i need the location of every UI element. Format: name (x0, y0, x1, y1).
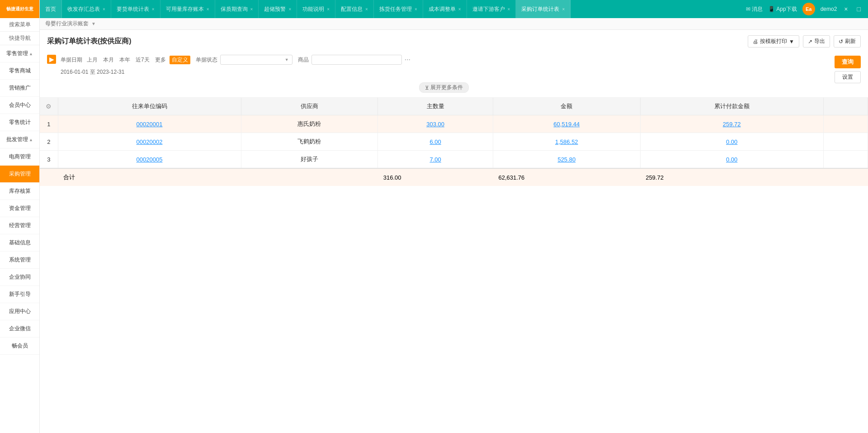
settings-button[interactable]: 设置 (835, 71, 861, 83)
th-settings[interactable]: ⚙ (40, 98, 58, 115)
sidebar-item-member[interactable]: 会员中心 (0, 97, 39, 114)
filter-date-range: 2016-01-01 至 2023-12-31 (61, 68, 827, 76)
sidebar-search[interactable]: 搜索菜单 (0, 18, 39, 32)
tab-cost-adjust[interactable]: 成本调整单 × (423, 0, 467, 18)
message-button[interactable]: ✉ 消息 (746, 5, 763, 13)
filter-goods-item: 商品 ··· (298, 55, 410, 65)
table-footer-row: 合计 316.00 62,631.76 259.72 (40, 168, 868, 186)
tab-expiry-label: 保质期查询 (221, 5, 248, 13)
tab-purchase-req[interactable]: 要货单统计表 × (111, 0, 160, 18)
sidebar-item-vip[interactable]: 畅会员 (0, 338, 39, 355)
tab-purchase-stats-label: 采购订单统计表 (521, 5, 559, 13)
date-custom[interactable]: 自定义 (170, 56, 190, 64)
sidebar-item-new-guide-label: 新手引导 (9, 290, 31, 298)
code-link[interactable]: 00020005 (137, 156, 163, 163)
tab-overstock-close[interactable]: × (288, 7, 291, 12)
date-7days[interactable]: 近7天 (134, 56, 151, 64)
tab-func-desc-label: 功能说明 (302, 5, 324, 13)
filter-status-select[interactable] (220, 55, 292, 65)
filter-expand-row: ⊻ 展开更多条件 (61, 80, 827, 94)
sidebar-item-base-info[interactable]: 基础信息 (0, 234, 39, 252)
filter-goods-more-icon[interactable]: ··· (405, 56, 410, 64)
sidebar-item-system[interactable]: 系统管理 (0, 252, 39, 269)
sidebar-item-retail-stats[interactable]: 零售统计 (0, 114, 39, 131)
filter-toggle-button[interactable]: ▶ (47, 55, 56, 64)
column-settings-icon[interactable]: ⚙ (46, 103, 52, 110)
tab-func-desc-close[interactable]: × (327, 7, 330, 12)
sidebar-quick-nav[interactable]: 快捷导航 (0, 32, 39, 45)
tab-expiry[interactable]: 保质期查询 × (215, 0, 259, 18)
qty-link[interactable]: 7.00 (429, 156, 441, 163)
sidebar-item-retail-shop[interactable]: 零售商城 (0, 62, 39, 80)
date-prev-month[interactable]: 上月 (85, 56, 99, 64)
tab-receive-send-label: 收发存汇总表 (67, 5, 100, 13)
tab-available-stock[interactable]: 可用量库存账本 × (160, 0, 215, 18)
tab-invite-close[interactable]: × (508, 7, 510, 12)
qty-link[interactable]: 6.00 (429, 138, 441, 145)
sidebar-item-app-center[interactable]: 应用中心 (0, 303, 39, 320)
qty-link[interactable]: 303.00 (426, 121, 444, 128)
tab-pick-task-close[interactable]: × (415, 7, 417, 12)
tab-receive-send[interactable]: 收发存汇总表 × (62, 0, 111, 18)
query-button[interactable]: 查询 (835, 56, 861, 68)
tab-receive-send-close[interactable]: × (103, 7, 105, 12)
paid-link[interactable]: 259.72 (723, 121, 741, 128)
cell-supplier: 惠氏奶粉 (241, 115, 378, 133)
breadcrumb-dropdown-icon[interactable]: ▼ (91, 21, 96, 26)
table-row: 1 00020001 惠氏奶粉 303.00 60,519.44 259.72 (40, 115, 868, 133)
date-this-year[interactable]: 本年 (118, 56, 132, 64)
tab-config[interactable]: 配置信息 × (335, 0, 374, 18)
date-this-month[interactable]: 本月 (101, 56, 116, 64)
topbar-tabs: 首页 收发存汇总表 × 要货单统计表 × 可用量库存账本 × 保质期查询 × 超… (40, 0, 741, 18)
app-download-icon: 📱 (768, 6, 775, 12)
tab-home[interactable]: 首页 (40, 0, 62, 18)
paid-link[interactable]: 0.00 (726, 138, 737, 145)
paid-link[interactable]: 0.00 (726, 156, 737, 163)
close-window-button[interactable]: × (842, 5, 849, 13)
tab-config-close[interactable]: × (365, 7, 368, 12)
tab-overstock[interactable]: 超储预警 × (259, 0, 297, 18)
tab-purchase-req-close[interactable]: × (152, 7, 155, 12)
tab-pick-task[interactable]: 拣货任务管理 × (374, 0, 423, 18)
code-link[interactable]: 00020001 (137, 121, 163, 128)
tab-purchase-stats[interactable]: 采购订单统计表 × (516, 0, 571, 18)
sidebar-item-inventory[interactable]: 库存核算 (0, 183, 39, 200)
filter-goods-input[interactable] (311, 55, 402, 65)
sidebar-item-new-guide[interactable]: 新手引导 (0, 286, 39, 303)
refresh-button[interactable]: ↺ 刷新 (834, 35, 861, 48)
export-button[interactable]: ↗ 导出 (803, 35, 830, 48)
maximize-window-button[interactable]: □ (855, 5, 863, 13)
th-code: 往来单位编码 (58, 98, 241, 115)
tab-expiry-close[interactable]: × (250, 7, 253, 12)
amount-link[interactable]: 525.80 (557, 156, 576, 163)
sidebar-item-operations[interactable]: 经营管理 (0, 217, 39, 234)
retail-expand-icon: ▲ (29, 52, 33, 56)
app-download-button[interactable]: 📱 App下载 (768, 5, 797, 13)
sidebar-item-retail[interactable]: 零售管理 ▲ (0, 45, 39, 62)
sidebar-item-enterprise[interactable]: 企业协同 (0, 269, 39, 286)
code-link[interactable]: 00020002 (137, 138, 163, 145)
tab-func-desc[interactable]: 功能说明 × (297, 0, 335, 18)
filter-expand-button[interactable]: ⊻ 展开更多条件 (419, 82, 469, 93)
sidebar-item-purchase[interactable]: 采购管理 (0, 166, 39, 183)
tab-available-stock-close[interactable]: × (207, 7, 209, 12)
sidebar-item-ecommerce[interactable]: 电商管理 (0, 148, 39, 166)
date-more[interactable]: 更多 (153, 56, 168, 64)
filter-row-date: 单据日期 上月 本月 本年 近7天 更多 自定义 单据状态 (61, 55, 827, 65)
tab-cost-adjust-close[interactable]: × (458, 7, 461, 12)
amount-link[interactable]: 60,519.44 (553, 121, 580, 128)
sidebar-item-wechat[interactable]: 企业微信 (0, 320, 39, 338)
tab-invite[interactable]: 邀请下游客户 × (467, 0, 516, 18)
breadcrumb-path[interactable]: 母婴行业演示账套 (45, 20, 89, 28)
amount-link[interactable]: 1,586.52 (555, 138, 578, 145)
print-button[interactable]: 🖨 按模板打印 ▼ (748, 35, 799, 48)
export-label: 导出 (814, 38, 825, 45)
user-name[interactable]: demo2 (821, 6, 837, 12)
topbar: 首页 收发存汇总表 × 要货单统计表 × 可用量库存账本 × 保质期查询 × 超… (40, 0, 868, 18)
sidebar-item-finance[interactable]: 资金管理 (0, 200, 39, 217)
sidebar-item-wholesale[interactable]: 批发管理 ▲ (0, 131, 39, 148)
tab-purchase-stats-close[interactable]: × (562, 7, 565, 12)
cell-code: 00020005 (58, 151, 241, 169)
filter-date-item: 单据日期 上月 本月 本年 近7天 更多 自定义 (61, 56, 190, 64)
sidebar-item-marketing[interactable]: 营销推广 (0, 80, 39, 97)
